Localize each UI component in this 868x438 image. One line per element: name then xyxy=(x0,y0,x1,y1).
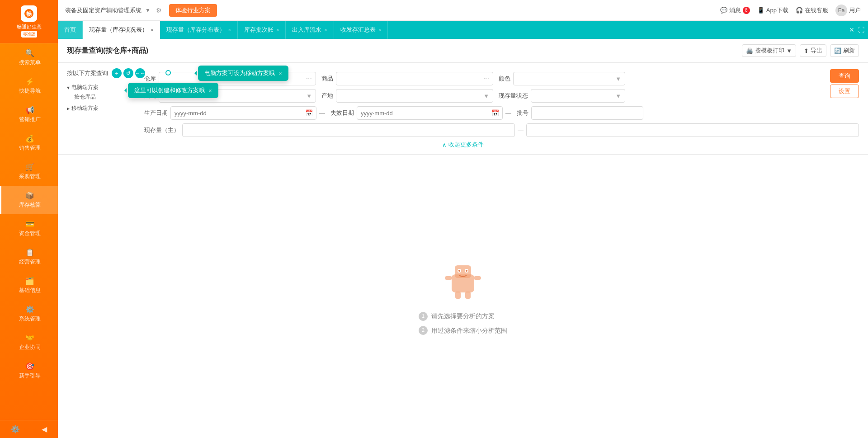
stock-qty-label: 现存量（主） xyxy=(144,126,179,134)
origin-label: 产地 xyxy=(321,92,333,100)
filter-label: 按以下方案查询 xyxy=(67,69,108,77)
close-all-tabs-btn[interactable]: ✕ xyxy=(849,26,854,33)
set-btn[interactable]: 设置 xyxy=(830,85,859,98)
tab-inventory-status-close[interactable]: × xyxy=(151,27,153,33)
create-scheme-popover: 这里可以创建和修改方案哦 × xyxy=(128,83,218,98)
app-action[interactable]: 📱 App下载 xyxy=(757,6,788,14)
tab-inventory-dist-close[interactable]: × xyxy=(228,27,231,33)
sidebar-item-quicknav[interactable]: ⚡ 快捷导航 xyxy=(0,72,58,100)
scheme-group-desktop-label: 电脑端方案 xyxy=(71,84,99,91)
qty-dash: — xyxy=(518,127,524,134)
collapse-label: 收起更多条件 xyxy=(448,141,484,149)
warehouse-dots[interactable]: ··· xyxy=(306,75,312,83)
tab-summary[interactable]: 收发存汇总表 × xyxy=(334,21,388,39)
settings-icon[interactable]: ⚙ xyxy=(156,7,162,14)
tab-summary-close[interactable]: × xyxy=(378,27,381,33)
filter-row-3: 生产日期 📅 — 失效日期 📅 xyxy=(144,106,859,120)
refresh-icon: 🔄 xyxy=(834,47,841,54)
scheme-group-mobile-arrow: ▸ xyxy=(67,105,70,112)
search-icon: 🔍 xyxy=(25,49,34,57)
refresh-btn[interactable]: 🔄 刷新 xyxy=(830,44,859,57)
sidebar-item-enterprise[interactable]: 🤝 企业协同 xyxy=(0,328,58,357)
tab-inventory-status[interactable]: 现存量（库存状况表） × xyxy=(83,21,160,39)
create-scheme-popover-text: 这里可以创建和修改方案哦 xyxy=(134,86,205,94)
sidebar-item-basic[interactable]: 🗂️ 基础信息 xyxy=(0,271,58,300)
system-icon: ⚙️ xyxy=(25,305,34,314)
tab-inout-close[interactable]: × xyxy=(324,27,327,33)
tab-batch[interactable]: 库存批次账 × xyxy=(238,21,286,39)
sidebar-item-label: 搜索菜单 xyxy=(19,59,41,66)
expiry-date-label: 失效日期 xyxy=(330,109,354,117)
marketing-icon: 📢 xyxy=(25,106,34,114)
tab-home-label: 首页 xyxy=(64,26,76,34)
sidebar-item-label: 销售管理 xyxy=(19,144,41,152)
batch-input[interactable] xyxy=(531,106,643,120)
support-label: 在线客服 xyxy=(805,6,828,14)
tab-batch-close[interactable]: × xyxy=(276,27,279,33)
sidebar-item-guide[interactable]: 🎯 新手引导 xyxy=(0,357,58,385)
avatar: Ea xyxy=(835,5,847,16)
goods-select[interactable]: ··· xyxy=(336,72,493,85)
stock-qty-max[interactable] xyxy=(526,123,859,137)
sidebar-item-marketing[interactable]: 📢 营销推广 xyxy=(0,100,58,129)
filter-row-4: 现存量（主） — xyxy=(144,123,859,137)
sidebar-item-inventory[interactable]: 📦 库存核算 xyxy=(0,186,58,214)
scheme-group-mobile-header[interactable]: ▸ 移动端方案 xyxy=(67,104,137,113)
tab-inout-label: 出入库流水 xyxy=(292,26,321,34)
field-stock-status: 现存量状态 ▼ xyxy=(499,89,625,103)
filter-row-2: 尺码 ▼ 产地 ▼ xyxy=(144,89,859,103)
tab-home[interactable]: 首页 xyxy=(58,21,83,39)
date-dash-2: — xyxy=(505,110,511,117)
template-print-btn[interactable]: 🖨️ 按模板打印 ▼ xyxy=(742,44,796,57)
field-goods: 商品 ··· xyxy=(321,72,493,85)
scheme-popover-close[interactable]: × xyxy=(278,70,282,77)
sidebar-item-sales[interactable]: 💰 销售管理 xyxy=(0,129,58,157)
page-header: 现存量查询(按仓库+商品) 🖨️ 按模板打印 ▼ ⬆ 导出 🔄 刷新 xyxy=(58,39,868,63)
step-2-label: 用过滤条件来缩小分析范围 xyxy=(431,325,507,336)
sidebar-item-label: 企业协同 xyxy=(19,344,41,351)
connector-dot xyxy=(165,70,171,75)
support-action[interactable]: 🎧 在线客服 xyxy=(796,6,828,14)
empty-icon xyxy=(440,256,486,301)
scheme-popover-text: 电脑方案可设为移动方案哦 xyxy=(204,69,275,77)
system-dropdown[interactable]: ▼ xyxy=(145,7,151,14)
stock-status-select[interactable]: ▼ xyxy=(531,89,625,103)
calendar-icon-2[interactable]: 📅 xyxy=(491,109,499,117)
sidebar-item-label: 快捷导航 xyxy=(19,87,41,95)
scheme-item-desktop-1[interactable]: 按仓库品 xyxy=(67,92,137,102)
svg-point-7 xyxy=(466,270,467,272)
refresh-scheme-btn[interactable]: ↺ xyxy=(123,68,133,78)
calendar-icon-1[interactable]: 📅 xyxy=(305,109,313,117)
tab-inventory-dist[interactable]: 现存量（库存分布表） × xyxy=(160,21,237,39)
sidebar-settings-btn[interactable]: ⚙️ xyxy=(11,425,20,433)
stock-qty-min[interactable] xyxy=(182,123,515,137)
svg-rect-3 xyxy=(455,265,471,278)
color-select[interactable]: ▼ xyxy=(513,72,625,85)
query-btn[interactable]: 查询 xyxy=(830,69,859,83)
add-scheme-btn[interactable]: ＋ xyxy=(112,68,122,78)
goods-dots[interactable]: ··· xyxy=(483,75,489,83)
sidebar-item-search[interactable]: 🔍 搜索菜单 xyxy=(0,43,58,72)
collapse-bar[interactable]: ∧ 收起更多条件 xyxy=(67,137,859,151)
sidebar-collapse-btn[interactable]: ◀ xyxy=(42,425,47,433)
sidebar-item-finance[interactable]: 💳 资金管理 xyxy=(0,214,58,243)
export-btn[interactable]: ⬆ 导出 xyxy=(800,44,826,57)
top-header: 装备及固定资产辅助管理系统 ▼ ⚙ 体验行业方案 💬 消息 8 📱 App下载 … xyxy=(58,0,868,21)
guide-icon: 🎯 xyxy=(25,362,34,371)
sidebar-item-system[interactable]: ⚙️ 系统管理 xyxy=(0,300,58,328)
sidebar-item-operations[interactable]: 📋 经营管理 xyxy=(0,243,58,271)
export-label: 导出 xyxy=(811,47,822,55)
origin-select[interactable]: ▼ xyxy=(336,89,493,103)
industry-btn[interactable]: 体验行业方案 xyxy=(169,4,217,17)
production-date-start[interactable] xyxy=(170,106,316,120)
user-action[interactable]: Ea 用户 xyxy=(835,5,861,16)
refresh-label: 刷新 xyxy=(843,47,855,55)
batch-label: 批号 xyxy=(517,109,528,117)
sidebar-item-purchase[interactable]: 🛒 采购管理 xyxy=(0,157,58,186)
create-scheme-popover-close[interactable]: × xyxy=(208,87,212,94)
sidebar-item-label: 库存核算 xyxy=(19,201,41,209)
expiry-date-start[interactable] xyxy=(357,106,503,120)
maximize-btn[interactable]: ⛶ xyxy=(858,26,864,33)
tab-inout[interactable]: 出入库流水 × xyxy=(286,21,334,39)
message-action[interactable]: 💬 消息 8 xyxy=(720,6,750,14)
